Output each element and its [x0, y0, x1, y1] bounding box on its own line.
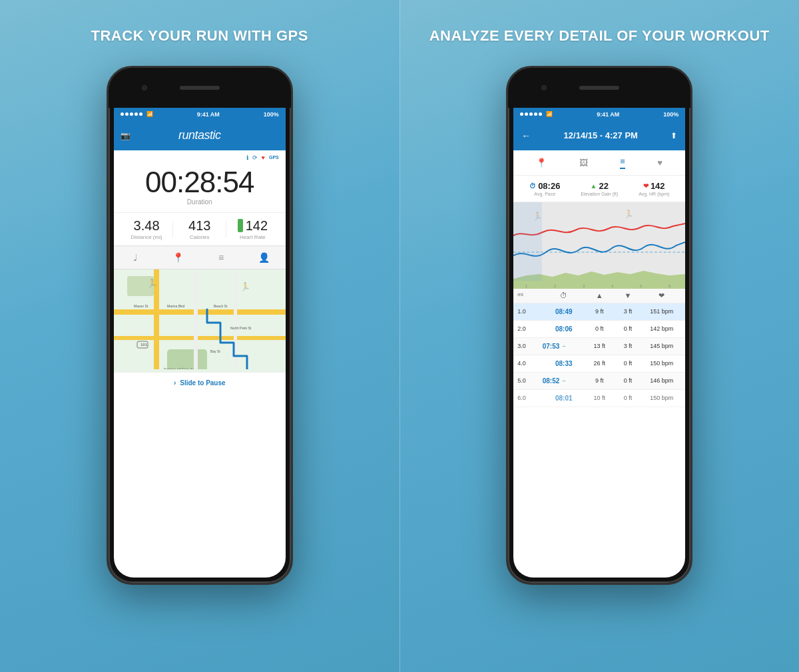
svg-text:2: 2	[554, 284, 556, 288]
status-battery-left: 100%	[264, 111, 279, 118]
gps-label: GPS	[269, 155, 279, 160]
camera-dot-right	[541, 85, 547, 90]
distance-value: 3.48	[121, 218, 173, 234]
svg-rect-3	[114, 309, 286, 315]
map-area: Palace of Fine Arts Mason St Marina Blvd	[114, 269, 286, 372]
tab-photo[interactable]: 🖼	[579, 158, 588, 168]
run-icons-row: ℹ ⟳ ♥ GPS	[114, 150, 286, 165]
table-row: 5.0 08:52 → 9 ft 0 ft 146 bpm	[513, 373, 685, 390]
summary-stats: ⏱ 08:26 Avg. Pace ▲ 22 Elevation Gain (f…	[513, 176, 685, 202]
nav-tabs-left: ♩ 📍 ≡ 👤	[114, 246, 286, 269]
workout-chart: 🏃 🏃 1 2 3 4 5 6	[513, 202, 685, 289]
tab-chart[interactable]: ≡	[620, 156, 625, 169]
elevation-icon: ▲	[591, 182, 597, 190]
heartrate-label: Heart Rate	[226, 234, 279, 240]
timer-display: 00:28:54	[114, 168, 286, 197]
cell-pace-2: 08:06	[543, 325, 585, 333]
pace-icon: ⏱	[529, 182, 536, 190]
svg-text:Palace of Fine Arts: Palace of Fine Arts	[164, 367, 197, 369]
cell-up-3: 13 ft	[585, 343, 614, 349]
table-row: 2.0 08:06 0 ft 0 ft 142 bpm	[513, 321, 685, 338]
heartrate-value: 142	[246, 218, 268, 234]
signal-dots-right	[520, 112, 542, 116]
cell-pace-4: 08:33	[543, 360, 585, 367]
chevron-right-icon: ›	[174, 379, 176, 387]
cell-hr-4: 150 bpm	[642, 360, 681, 367]
nav-tab-map[interactable]: 📍	[156, 246, 200, 269]
svg-text:101: 101	[140, 343, 148, 347]
hr-bar	[238, 219, 243, 232]
tab-heart[interactable]: ♥	[657, 158, 663, 168]
status-signal-right: 📶	[520, 111, 553, 117]
cell-mi-3: 3.0	[517, 343, 542, 349]
cell-pace-6: 08:01	[543, 395, 585, 402]
calories-label: Calories	[173, 234, 226, 240]
cell-up-4: 26 ft	[585, 360, 614, 367]
trend-icon-3: →	[561, 343, 566, 349]
signal-dots	[121, 112, 142, 116]
slide-to-pause[interactable]: › Slide to Pause	[114, 372, 286, 393]
speaker	[180, 86, 220, 90]
cell-up-6: 10 ft	[585, 395, 614, 401]
distance-stat: 3.48 Distance (mi)	[121, 218, 173, 240]
nav-tab-profile[interactable]: 👤	[242, 246, 286, 269]
cell-hr-2: 142 bpm	[642, 325, 681, 332]
calories-stat: 413 Calories	[173, 218, 226, 240]
cell-up-1: 9 ft	[585, 308, 614, 315]
table-row: 6.0 08:01 10 ft 0 ft 150 bpm	[513, 390, 685, 407]
svg-text:Beach St: Beach St	[214, 304, 228, 308]
cell-pace-1: 08:49	[543, 308, 585, 315]
svg-text:🏃: 🏃	[624, 209, 634, 218]
avg-hr-label: Avg. HR (bpm)	[627, 192, 681, 196]
cell-mi-5: 5.0	[517, 377, 542, 384]
phone-left: 📶 9:41 AM 100% 📷 runtastic ℹ ⟳ ♥ GPS	[107, 66, 293, 585]
svg-rect-30	[513, 202, 542, 281]
cell-mi-6: 6.0	[517, 395, 542, 401]
table-row: 1.0 08:49 9 ft 3 ft 151 bpm	[513, 303, 685, 321]
svg-rect-4	[114, 336, 286, 340]
cell-pace-3: 07:53 →	[543, 343, 585, 350]
back-button[interactable]: ←	[521, 130, 531, 141]
app-logo: runtastic	[178, 128, 221, 142]
refresh-icon[interactable]: ⟳	[252, 154, 258, 161]
cell-down-5: 0 ft	[614, 377, 643, 384]
wifi-icon: 📶	[146, 111, 153, 117]
tab-map[interactable]: 📍	[536, 158, 547, 168]
cell-mi-4: 4.0	[517, 360, 542, 367]
cell-up-5: 9 ft	[585, 377, 614, 384]
cell-mi-2: 2.0	[517, 325, 542, 332]
svg-text:1: 1	[525, 284, 527, 288]
elevation-label: Elevation Gain (ft)	[572, 192, 627, 196]
table-row: 3.0 07:53 → 13 ft 3 ft 145 bpm	[513, 338, 685, 355]
data-table: mi ⏱ ▲ ▼ ❤ 1.0 08:49 9 ft 3 ft 151 bpm 2…	[513, 289, 685, 407]
table-row: 4.0 08:33 26 ft 0 ft 150 bpm	[513, 355, 685, 373]
camera-icon: 📷	[121, 131, 131, 140]
cell-hr-1: 151 bpm	[642, 308, 681, 315]
svg-text:Bay St: Bay St	[210, 349, 220, 353]
app-header-left: 📷 runtastic	[114, 121, 286, 150]
phone-top-left	[109, 68, 291, 108]
svg-text:🏃: 🏃	[147, 278, 157, 288]
camera-button[interactable]: 📷	[121, 131, 131, 140]
status-battery-right: 100%	[663, 111, 678, 118]
heart-icon[interactable]: ♥	[262, 154, 265, 161]
svg-text:Marina Blvd: Marina Blvd	[167, 304, 185, 308]
info-icon[interactable]: ℹ	[246, 154, 248, 161]
right-panel: ANALYZE EVERY DETAIL OF YOUR WORKOUT 📶 9…	[400, 0, 800, 672]
status-bar-left: 📶 9:41 AM 100%	[114, 108, 286, 121]
camera-dot	[142, 85, 147, 90]
col-down: ▼	[614, 291, 643, 300]
col-pace: ⏱	[543, 291, 585, 300]
nav-tab-list[interactable]: ≡	[200, 246, 243, 269]
svg-text:🏃: 🏃	[240, 281, 250, 291]
status-time-right: 9:41 AM	[597, 111, 619, 118]
share-button[interactable]: ⬆	[670, 131, 677, 140]
cell-hr-6: 150 bpm	[642, 395, 681, 401]
elevation-value: ▲ 22	[572, 181, 627, 191]
nav-tab-music[interactable]: ♩	[114, 246, 157, 269]
detail-tabs: 📍 🖼 ≡ ♥	[513, 150, 685, 176]
table-header: mi ⏱ ▲ ▼ ❤	[513, 289, 685, 303]
heart-icon-right: ❤	[643, 182, 649, 190]
phone-screen-right: 📶 9:41 AM 100% ← 12/14/15 - 4:27 PM ⬆ 📍 …	[513, 108, 685, 578]
map-svg: Palace of Fine Arts Mason St Marina Blvd	[114, 269, 286, 369]
